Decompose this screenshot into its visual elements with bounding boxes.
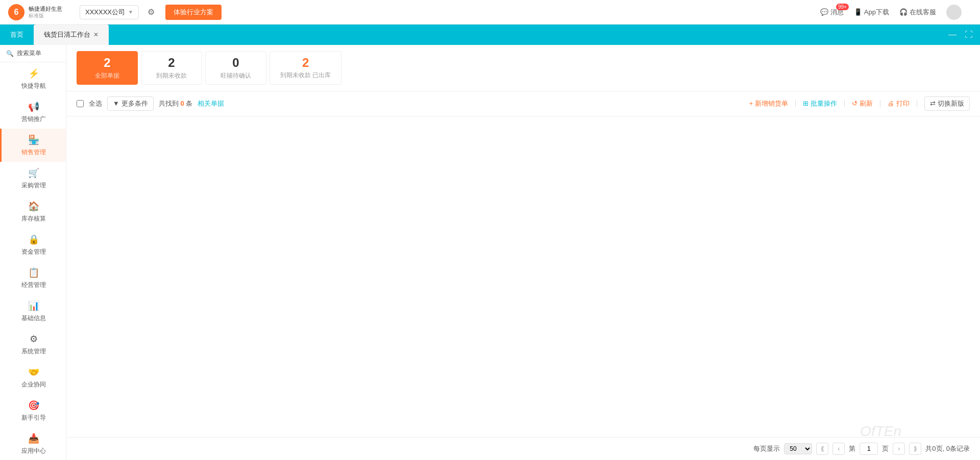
settings-button[interactable]: ⚙ (143, 4, 159, 20)
tab-home[interactable]: 首页 (0, 25, 34, 45)
sidebar-item-sales[interactable]: 🏪 销售管理 (0, 129, 66, 162)
found-count: 0 (181, 100, 184, 107)
marketing-icon: 📢 (28, 101, 40, 113)
stat-pending-count: 0 (232, 56, 239, 70)
tab-close-icon[interactable]: ✕ (93, 31, 99, 38)
inventory-icon: 🏠 (28, 200, 40, 212)
sidebar-item-quick-nav[interactable]: ⚡ 快捷导航 (0, 62, 66, 95)
sidebar-search-label: 搜索菜单 (17, 49, 41, 58)
first-page-button[interactable]: ⟪ (816, 443, 828, 455)
sidebar: 🔍 搜索菜单 ⚡ 快捷导航 📢 营销推广 🏪 销售管理 🛒 采购管理 🏠 库存核… (0, 45, 66, 460)
sidebar-item-label: 新手引导 (21, 414, 46, 422)
sidebar-item-label: 营销推广 (21, 115, 46, 124)
page-label: 第 (849, 444, 855, 453)
refresh-icon: ↺ (852, 100, 857, 107)
content-area: 2 全部单据 2 到期未收款 0 旺辅待确认 2 到期未收款 已出库 全选 (66, 45, 980, 460)
select-all-checkbox[interactable] (77, 100, 84, 107)
divider (795, 100, 796, 107)
pagination-bar: 每页显示 50 100 200 ⟪ ‹ 第 页 › ⟫ 共0页, 0条记录 (66, 437, 980, 460)
logo-area: 6 畅捷通好生意 标准版 (8, 4, 75, 20)
avatar[interactable] (946, 5, 962, 20)
sidebar-item-label: 快捷导航 (21, 82, 46, 90)
print-icon: 🖨 (888, 100, 894, 107)
sidebar-search[interactable]: 🔍 搜索菜单 (0, 45, 66, 62)
online-service-button[interactable]: 🎧 在线客服 (899, 8, 936, 17)
prev-page-button[interactable]: ‹ (832, 443, 845, 455)
service-icon: 🎧 (899, 8, 908, 16)
switch-version-button[interactable]: ⇄ 切换新版 (924, 96, 970, 111)
sidebar-item-label: 销售管理 (21, 148, 46, 157)
sidebar-item-inventory[interactable]: 🏠 库存核算 (0, 195, 66, 228)
sidebar-item-marketing[interactable]: 📢 营销推广 (0, 95, 66, 129)
tab-bar: 首页 钱货日清工作台 ✕ — ⛶ (0, 25, 980, 45)
sidebar-item-finance[interactable]: 🔒 资金管理 (0, 228, 66, 261)
app-download-label: App下载 (864, 8, 889, 17)
enterprise-icon: 🤝 (28, 366, 40, 378)
app-center-icon: 📥 (28, 432, 40, 445)
sidebar-item-label: 应用中心 (21, 447, 46, 455)
add-sales-button[interactable]: + 新增销货单 (749, 99, 788, 108)
company-selector[interactable]: XXXXXX公司 ▼ (80, 5, 139, 19)
sidebar-item-system[interactable]: ⚙ 系统管理 (0, 328, 66, 361)
logo-icon: 6 (8, 4, 24, 20)
page-label2: 页 (882, 444, 889, 453)
message-icon: 💬 (820, 8, 828, 16)
company-name: XXXXXX公司 (85, 8, 125, 17)
tab-maximize-button[interactable]: ⛶ (963, 29, 975, 41)
stat-shipped-count: 2 (302, 56, 309, 70)
stat-card-overdue[interactable]: 2 到期未收款 (141, 51, 202, 85)
filter-button[interactable]: ▼ 更多条件 (107, 96, 154, 111)
found-text: 共找到 0 条 (159, 99, 192, 108)
online-service-label: 在线客服 (910, 8, 936, 17)
dropdown-icon: ▼ (128, 9, 133, 15)
total-label: 共0页, 0条记录 (925, 444, 970, 453)
sidebar-item-operations[interactable]: 📋 经营管理 (0, 261, 66, 295)
per-page-select[interactable]: 50 100 200 (784, 443, 812, 454)
stat-overdue-count: 2 (168, 56, 175, 70)
tab-minimize-button[interactable]: — (946, 29, 959, 41)
message-button[interactable]: 💬 消息 99+ (820, 8, 844, 17)
stats-row: 2 全部单据 2 到期未收款 0 旺辅待确认 2 到期未收款 已出库 (66, 45, 980, 91)
last-page-button[interactable]: ⟫ (909, 443, 921, 455)
header-right: 💬 消息 99+ 📱 App下载 🎧 在线客服 (820, 5, 972, 20)
sidebar-item-enterprise[interactable]: 🤝 企业协同 (0, 361, 66, 394)
stat-card-all[interactable]: 2 全部单据 (77, 51, 138, 85)
print-button[interactable]: 🖨 打印 (888, 99, 910, 108)
toolbar-right: + 新增销货单 ⊞ 批量操作 ↺ 刷新 🖨 打印 ⇄ (749, 96, 970, 111)
sidebar-item-basic-info[interactable]: 📊 基础信息 (0, 295, 66, 328)
related-documents-link[interactable]: 相关单据 (198, 99, 224, 108)
stat-all-label: 全部单据 (95, 71, 119, 80)
sidebar-item-label: 系统管理 (21, 347, 46, 356)
switch-icon: ⇄ (930, 100, 936, 107)
filter-icon: ▼ (113, 100, 119, 107)
purchase-icon: 🛒 (28, 167, 40, 179)
search-icon: 🔍 (6, 50, 14, 57)
stat-card-shipped[interactable]: 2 到期未收款 已出库 (270, 51, 341, 85)
trial-button[interactable]: 体验行业方案 (165, 5, 222, 20)
sidebar-item-label: 基础信息 (21, 314, 46, 323)
sidebar-item-label: 库存核算 (21, 214, 46, 223)
next-page-button[interactable]: › (893, 443, 905, 455)
divider2 (844, 100, 845, 107)
app-download-button[interactable]: 📱 App下载 (854, 8, 889, 17)
divider4 (917, 100, 917, 107)
sidebar-item-newbie[interactable]: 🎯 新手引导 (0, 394, 66, 427)
maximize-icon: ⛶ (965, 30, 973, 39)
basic-info-icon: 📊 (28, 300, 40, 312)
stat-card-pending[interactable]: 0 旺辅待确认 (205, 51, 266, 85)
sidebar-item-purchase[interactable]: 🛒 采购管理 (0, 162, 66, 195)
refresh-button[interactable]: ↺ 刷新 (852, 99, 873, 108)
list-area (66, 116, 980, 437)
app-icon: 📱 (854, 8, 862, 16)
page-input[interactable] (860, 443, 878, 455)
batch-icon: ⊞ (803, 100, 808, 107)
stat-shipped-label: 到期未收款 已出库 (280, 71, 331, 80)
tab-workbench[interactable]: 钱货日清工作台 ✕ (34, 25, 109, 45)
sidebar-item-label: 企业协同 (21, 380, 46, 389)
batch-operation-button[interactable]: ⊞ 批量操作 (803, 99, 837, 108)
sidebar-item-app-center[interactable]: 📥 应用中心 (0, 427, 66, 460)
quick-nav-icon: ⚡ (28, 67, 40, 80)
system-icon: ⚙ (28, 333, 40, 345)
message-badge: 99+ (836, 4, 849, 10)
toolbar: 全选 ▼ 更多条件 共找到 0 条 相关单据 + 新增销货单 ⊞ 批量操作 (66, 91, 980, 116)
